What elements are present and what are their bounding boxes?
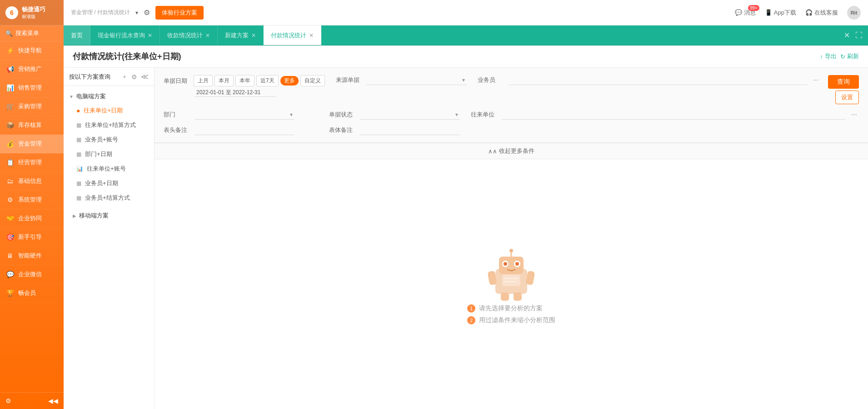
sidebar-item-guide[interactable]: 🎯 新手引导 bbox=[0, 228, 64, 247]
bank-flow-tab-label: 现金银行流水查询 bbox=[98, 31, 145, 40]
payment-stat-tab-close[interactable]: ✕ bbox=[309, 32, 314, 39]
refresh-btn[interactable]: ↻ 刷新 bbox=[840, 52, 859, 61]
scheme-active-icon: ● bbox=[76, 107, 80, 114]
sidebar-item-hardware[interactable]: 🖥 智能硬件 bbox=[0, 247, 64, 265]
sidebar-item-wechat[interactable]: 💬 企业微信 bbox=[0, 265, 64, 284]
wechat-icon: 💬 bbox=[5, 270, 15, 279]
sidebar-item-quick-nav[interactable]: ⚡ 快捷导航 bbox=[0, 41, 64, 60]
scheme-item-unit-settle[interactable]: ▦ 往来单位+结算方式 bbox=[64, 118, 154, 132]
collapse-sidebar-icon[interactable]: ◀◀ bbox=[48, 397, 58, 404]
header-right: 💬 消息 99+ 📱 App下载 🎧 在线客服 Rit bbox=[735, 6, 861, 20]
head-note-input[interactable] bbox=[195, 125, 294, 135]
scheme-label-unit-date: 往来单位+日期 bbox=[84, 106, 123, 115]
partner-input[interactable] bbox=[502, 110, 846, 120]
sidebar-item-basic[interactable]: 🗂 基础信息 bbox=[0, 172, 64, 191]
sales-icon: 📊 bbox=[5, 83, 15, 92]
sidebar-label-guide: 新手引导 bbox=[18, 233, 42, 241]
tip-text-1: 请先选择要分析的方案 bbox=[479, 304, 543, 313]
app-logo: 6 畅捷通巧 标准版 bbox=[0, 0, 64, 25]
tab-payment-stat[interactable]: 付款情况统计 ✕ bbox=[264, 25, 321, 45]
tab-home[interactable]: 首页 bbox=[64, 25, 90, 45]
dept-select[interactable] bbox=[195, 110, 294, 120]
online-service-btn[interactable]: 🎧 在线客服 bbox=[805, 9, 838, 17]
svg-rect-12 bbox=[502, 275, 520, 286]
page-area: 付款情况统计(往来单位+日期) ↑ 导出 ↻ 刷新 按以下方案查询 ＋ bbox=[64, 45, 868, 409]
sidebar-item-member[interactable]: 🏆 畅会员 bbox=[0, 284, 64, 303]
message-btn[interactable]: 💬 消息 99+ bbox=[735, 9, 756, 17]
tab-bank-flow[interactable]: 现金银行流水查询 ✕ bbox=[90, 25, 160, 45]
tab-expand-icon[interactable]: ⛶ bbox=[855, 31, 863, 40]
sidebar-label-marketing: 营销推广 bbox=[18, 65, 42, 73]
header-settings-btn[interactable]: ⚙ bbox=[144, 8, 150, 17]
sidebar-item-purchase[interactable]: 🛒 采购管理 bbox=[0, 97, 64, 116]
sidebar-item-finance[interactable]: 💰 资金管理 bbox=[0, 135, 64, 153]
scheme-item-staff-date[interactable]: ▦ 业务员+日期 bbox=[64, 176, 154, 191]
purchase-icon: 🛒 bbox=[5, 102, 15, 111]
sidebar-item-inventory[interactable]: 📦 库存核算 bbox=[0, 116, 64, 135]
scheme-item-unit-account[interactable]: 📊 往来单位+账号 bbox=[64, 162, 154, 176]
tab-close-all-icon[interactable]: ✕ bbox=[844, 31, 850, 40]
settings-bottom-icon[interactable]: ⚙ bbox=[5, 397, 11, 404]
bank-flow-tab-close[interactable]: ✕ bbox=[148, 32, 152, 39]
mobile-arrow-icon: ▶ bbox=[73, 213, 76, 218]
sidebar-item-enterprise[interactable]: 🤝 企业协同 bbox=[0, 209, 64, 228]
scheme-item-unit-date[interactable]: ● 往来单位+日期 bbox=[64, 103, 154, 118]
user-avatar[interactable]: Rit bbox=[847, 6, 861, 20]
export-icon: ↑ bbox=[820, 53, 823, 60]
svg-point-7 bbox=[509, 249, 513, 252]
scheme-item-staff-settle[interactable]: ▦ 业务员+结算方式 bbox=[64, 191, 154, 205]
date-btn-more[interactable]: 更多 bbox=[280, 76, 299, 86]
date-btn-this-month[interactable]: 本月 bbox=[215, 75, 234, 86]
search-menu-label: 搜索菜单 bbox=[15, 29, 39, 37]
sidebar-item-operation[interactable]: 📋 经营管理 bbox=[0, 153, 64, 172]
date-btn-custom[interactable]: 自定义 bbox=[300, 75, 325, 86]
tab-new-scheme[interactable]: 新建方案 ✕ bbox=[218, 25, 264, 45]
status-select[interactable] bbox=[360, 110, 460, 120]
marketing-icon: 📢 bbox=[5, 65, 15, 74]
app-download-label: App下载 bbox=[774, 9, 796, 17]
enterprise-icon: 🤝 bbox=[5, 214, 15, 223]
search-menu-item[interactable]: 🔍 搜索菜单 bbox=[0, 25, 64, 41]
staff-input[interactable] bbox=[509, 75, 808, 85]
mobile-section-title[interactable]: ▶ 移动端方案 bbox=[64, 209, 154, 222]
empty-robot-svg bbox=[482, 244, 541, 303]
sidebar-item-system[interactable]: ⚙ 系统管理 bbox=[0, 191, 64, 209]
settings-scheme-icon[interactable]: ⚙ bbox=[131, 73, 137, 81]
sidebar-label-system: 系统管理 bbox=[18, 196, 42, 204]
add-scheme-icon[interactable]: ＋ bbox=[121, 73, 128, 81]
app-download-btn[interactable]: 📱 App下载 bbox=[765, 9, 796, 17]
page-header: 付款情况统计(往来单位+日期) ↑ 导出 ↻ 刷新 bbox=[64, 45, 868, 68]
date-btn-last-month[interactable]: 上月 bbox=[194, 75, 213, 86]
staff-ellipsis-icon[interactable]: ··· bbox=[811, 76, 821, 84]
scheme-side-panel: 按以下方案查询 ＋ ⚙ ≪ ▼ 电脑端方案 ● 往来单位+日期 bbox=[64, 68, 155, 409]
logo-icon: 6 bbox=[5, 6, 18, 19]
scheme-label-staff-date: 业务员+日期 bbox=[85, 179, 118, 187]
query-btn[interactable]: 查询 bbox=[828, 75, 859, 89]
date-btn-this-year[interactable]: 本年 bbox=[235, 75, 254, 86]
date-range-input[interactable] bbox=[195, 88, 276, 97]
desktop-section-title[interactable]: ▼ 电脑端方案 bbox=[64, 90, 154, 103]
date-filter-label: 单据日期 bbox=[164, 77, 191, 85]
tab-receipt-stat[interactable]: 收款情况统计 ✕ bbox=[160, 25, 218, 45]
trial-industry-btn[interactable]: 体验行业方案 bbox=[155, 6, 204, 20]
sidebar-item-marketing[interactable]: 📢 营销推广 bbox=[0, 60, 64, 79]
collapse-panel-icon[interactable]: ≪ bbox=[141, 72, 149, 81]
partner-ellipsis-icon[interactable]: ··· bbox=[849, 111, 859, 119]
source-select[interactable] bbox=[367, 75, 467, 85]
breadcrumb-dropdown-icon[interactable]: ▾ bbox=[135, 10, 138, 16]
filter-settings-btn[interactable]: 设置 bbox=[835, 91, 859, 104]
export-btn[interactable]: ↑ 导出 bbox=[820, 52, 837, 61]
date-btn-7days[interactable]: 近7天 bbox=[256, 75, 279, 86]
date-filter-btns: 上月 本月 本年 近7天 更多 自定义 bbox=[194, 75, 325, 86]
new-scheme-tab-close[interactable]: ✕ bbox=[251, 32, 256, 39]
head-note-label: 表头备注 bbox=[164, 126, 191, 134]
collapse-more-btn[interactable]: ∧∧ 收起更多条件 bbox=[488, 147, 534, 155]
staff-filter-label: 业务员 bbox=[478, 76, 505, 84]
source-select-wrap: ▾ bbox=[367, 75, 467, 85]
page-actions: ↑ 导出 ↻ 刷新 bbox=[820, 52, 859, 61]
scheme-item-dept-date[interactable]: ▦ 部门+日期 bbox=[64, 147, 154, 162]
receipt-stat-tab-close[interactable]: ✕ bbox=[205, 32, 210, 39]
sidebar-item-sales[interactable]: 📊 销售管理 bbox=[0, 79, 64, 97]
scheme-item-staff-account[interactable]: ▦ 业务员+账号 bbox=[64, 132, 154, 147]
body-note-input[interactable] bbox=[360, 125, 460, 135]
